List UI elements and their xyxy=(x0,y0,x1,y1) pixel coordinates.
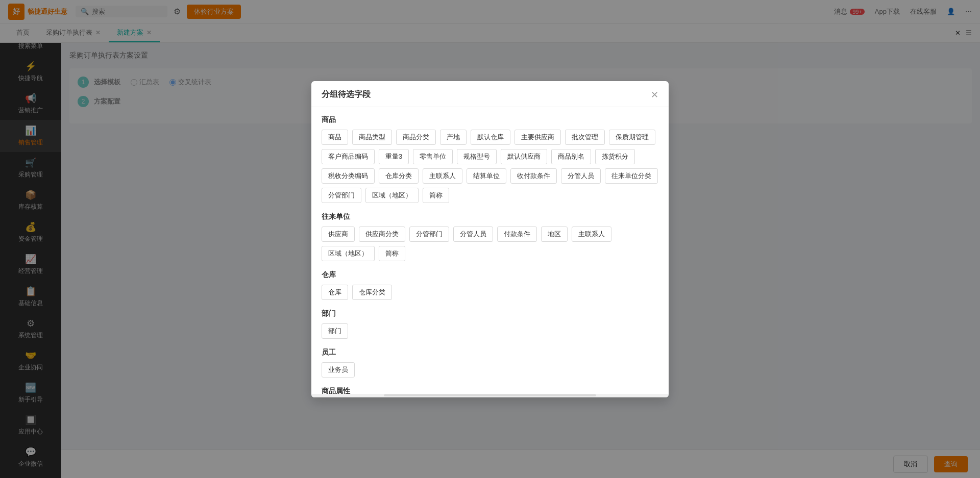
field-tag-1-8[interactable]: 简称 xyxy=(379,246,405,261)
field-tags-2: 仓库仓库分类 xyxy=(322,285,658,300)
field-tag-1-2[interactable]: 分管部门 xyxy=(409,227,449,242)
field-group-title-0: 商品 xyxy=(322,115,658,124)
field-group-4: 员工业务员 xyxy=(322,348,658,378)
field-tag-1-5[interactable]: 地区 xyxy=(541,227,568,242)
field-tag-0-5[interactable]: 主要供应商 xyxy=(514,130,561,145)
field-group-3: 部门部门 xyxy=(322,309,658,339)
field-tag-0-20[interactable]: 分管人员 xyxy=(561,168,601,184)
field-tag-0-4[interactable]: 默认仓库 xyxy=(471,130,510,145)
field-tag-0-9[interactable]: 重量3 xyxy=(379,149,409,164)
field-tags-1: 供应商供应商分类分管部门分管人员付款条件地区主联系人区域（地区）简称 xyxy=(322,227,658,261)
field-tags-3: 部门 xyxy=(322,323,658,339)
field-tag-0-14[interactable]: 拣货积分 xyxy=(595,149,635,164)
field-group-2: 仓库仓库仓库分类 xyxy=(322,270,658,300)
field-tag-0-2[interactable]: 商品分类 xyxy=(396,130,436,145)
field-select-modal: 分组待选字段 ✕ 商品商品商品类型商品分类产地默认仓库主要供应商批次管理保质期管… xyxy=(311,81,669,397)
field-tag-0-15[interactable]: 税收分类编码 xyxy=(322,168,375,184)
field-tag-0-23[interactable]: 区域（地区） xyxy=(365,188,419,203)
field-tag-1-0[interactable]: 供应商 xyxy=(322,227,355,242)
field-tag-3-0[interactable]: 部门 xyxy=(322,323,348,339)
field-tag-0-1[interactable]: 商品类型 xyxy=(352,130,392,145)
field-group-title-4: 员工 xyxy=(322,348,658,357)
field-tag-0-21[interactable]: 往来单位分类 xyxy=(605,168,658,184)
field-group-1: 往来单位供应商供应商分类分管部门分管人员付款条件地区主联系人区域（地区）简称 xyxy=(322,212,658,261)
modal-scrollbar-thumb xyxy=(384,394,596,396)
field-tag-1-1[interactable]: 供应商分类 xyxy=(359,227,405,242)
field-group-title-5: 商品属性 xyxy=(322,387,658,394)
field-tag-0-11[interactable]: 规格型号 xyxy=(457,149,497,164)
field-tag-2-1[interactable]: 仓库分类 xyxy=(352,285,392,300)
field-tag-0-24[interactable]: 简称 xyxy=(423,188,449,203)
modal-title: 分组待选字段 xyxy=(322,89,371,100)
field-group-0: 商品商品商品类型商品分类产地默认仓库主要供应商批次管理保质期管理客户商品编码重量… xyxy=(322,115,658,203)
field-tag-0-16[interactable]: 仓库分类 xyxy=(379,168,419,184)
field-tag-0-6[interactable]: 批次管理 xyxy=(565,130,605,145)
field-tag-0-12[interactable]: 默认供应商 xyxy=(501,149,547,164)
field-tag-0-19[interactable]: 收付款条件 xyxy=(510,168,557,184)
modal-close-button[interactable]: ✕ xyxy=(651,89,658,100)
field-tag-4-0[interactable]: 业务员 xyxy=(322,362,355,378)
field-group-title-3: 部门 xyxy=(322,309,658,318)
field-tag-1-6[interactable]: 主联系人 xyxy=(572,227,611,242)
field-tag-0-3[interactable]: 产地 xyxy=(440,130,467,145)
field-tag-0-22[interactable]: 分管部门 xyxy=(322,188,361,203)
field-tag-0-0[interactable]: 商品 xyxy=(322,130,348,145)
field-tags-0: 商品商品类型商品分类产地默认仓库主要供应商批次管理保质期管理客户商品编码重量3零… xyxy=(322,130,658,203)
field-tag-1-3[interactable]: 分管人员 xyxy=(453,227,493,242)
field-tags-4: 业务员 xyxy=(322,362,658,378)
field-tag-0-10[interactable]: 零售单位 xyxy=(413,149,453,164)
field-group-title-1: 往来单位 xyxy=(322,212,658,221)
field-tag-0-7[interactable]: 保质期管理 xyxy=(609,130,655,145)
field-tag-0-13[interactable]: 商品别名 xyxy=(551,149,591,164)
modal-header: 分组待选字段 ✕ xyxy=(311,81,669,107)
field-group-5: 商品属性属性颜色多规格尺码鞋码1 xyxy=(322,387,658,394)
modal-body[interactable]: 商品商品商品类型商品分类产地默认仓库主要供应商批次管理保质期管理客户商品编码重量… xyxy=(311,107,669,394)
field-tag-1-7[interactable]: 区域（地区） xyxy=(322,246,375,261)
field-tag-0-18[interactable]: 结算单位 xyxy=(467,168,506,184)
field-tag-1-4[interactable]: 付款条件 xyxy=(497,227,537,242)
field-group-title-2: 仓库 xyxy=(322,270,658,280)
field-tag-0-17[interactable]: 主联系人 xyxy=(423,168,462,184)
modal-overlay: 分组待选字段 ✕ 商品商品商品类型商品分类产地默认仓库主要供应商批次管理保质期管… xyxy=(0,0,980,478)
field-tag-0-8[interactable]: 客户商品编码 xyxy=(322,149,375,164)
modal-horizontal-scrollbar[interactable] xyxy=(311,394,669,397)
field-tag-2-0[interactable]: 仓库 xyxy=(322,285,348,300)
